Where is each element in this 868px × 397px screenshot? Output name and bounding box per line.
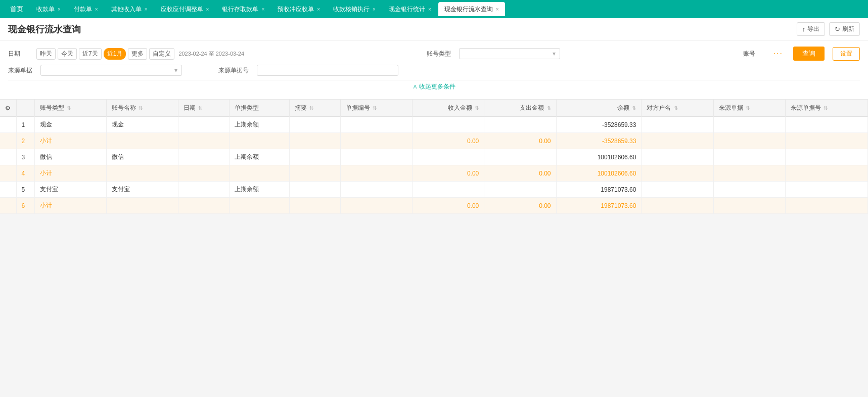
td-expense: 0.00	[484, 165, 556, 182]
collapse-bar[interactable]: ∧ 收起更多条件	[8, 80, 860, 93]
td-account-name	[106, 165, 178, 182]
account-dots-button[interactable]: ···	[771, 49, 785, 58]
export-icon: ↑	[802, 25, 806, 33]
settings-gear-icon: ⚙	[5, 105, 11, 112]
table-row: 1现金现金上期余额-3528659.33	[0, 117, 868, 133]
date-last1month[interactable]: 近1月	[104, 48, 126, 60]
td-settings[interactable]	[0, 149, 16, 165]
sort-icon-source-doc-no: ⇅	[824, 105, 828, 111]
th-counterpart[interactable]: 对方户名 ⇅	[642, 100, 713, 117]
th-date[interactable]: 日期 ⇅	[178, 100, 230, 117]
date-today[interactable]: 今天	[58, 48, 77, 60]
td-settings[interactable]	[0, 182, 16, 198]
th-summary-label: 摘要	[295, 104, 307, 111]
nav-home[interactable]: 首页	[4, 5, 29, 14]
nav-tab-close-2[interactable]: ×	[145, 7, 148, 12]
source-doc-select[interactable]: ▾	[40, 65, 182, 76]
filter-row-2: 来源单据 ▾ 来源单据号	[8, 65, 860, 76]
header-actions: ↑ 导出 ↻ 刷新	[797, 22, 860, 36]
td-doc-type: 上期余额	[229, 117, 289, 133]
td-income: 0.00	[413, 165, 484, 182]
td-settings[interactable]	[0, 133, 16, 149]
td-summary	[290, 133, 341, 149]
nav-tab-close-0[interactable]: ×	[58, 7, 61, 12]
collapse-icon: ∧	[413, 83, 418, 90]
th-account-type[interactable]: 账号类型 ⇅	[34, 100, 106, 117]
td-income	[413, 182, 484, 198]
date-more[interactable]: 更多	[128, 48, 147, 60]
td-date	[178, 133, 230, 149]
td-settings[interactable]	[0, 117, 16, 133]
export-button[interactable]: ↑ 导出	[797, 22, 826, 36]
query-button[interactable]: 查询	[793, 47, 825, 61]
th-doc-no[interactable]: 单据编号 ⇅	[340, 100, 412, 117]
td-date	[178, 198, 230, 214]
td-settings[interactable]	[0, 198, 16, 214]
th-expense[interactable]: 支出金额 ⇅	[484, 100, 556, 117]
nav-tab-7[interactable]: 现金银行统计×	[383, 2, 437, 16]
sort-icon-summary: ⇅	[309, 105, 313, 111]
td-balance: 19871073.60	[556, 198, 642, 214]
nav-tab-close-5[interactable]: ×	[317, 7, 320, 12]
th-account-name[interactable]: 账号名称 ⇅	[106, 100, 178, 117]
th-doc-type[interactable]: 单据类型	[229, 100, 289, 117]
td-counterpart	[642, 182, 713, 198]
nav-tab-8[interactable]: 现金银行流水查询×	[438, 2, 505, 16]
sort-icon-expense: ⇅	[547, 105, 551, 111]
td-date	[178, 117, 230, 133]
th-doc-type-label: 单据类型	[235, 104, 259, 111]
source-doc-no-input[interactable]	[257, 65, 398, 76]
td-counterpart	[642, 149, 713, 165]
td-doc-type	[229, 198, 289, 214]
settings-button[interactable]: 设置	[833, 47, 860, 61]
filter-area: 日期 昨天 今天 近7天 近1月 更多 自定义 2023-02-24 至 202…	[0, 40, 868, 100]
td-seq: 6	[16, 198, 34, 214]
nav-tab-5[interactable]: 预收冲应收单×	[271, 2, 326, 16]
date-yesterday[interactable]: 昨天	[36, 48, 56, 60]
nav-tab-close-6[interactable]: ×	[373, 7, 376, 12]
nav-tab-close-8[interactable]: ×	[496, 7, 499, 12]
td-account-type: 微信	[34, 149, 106, 165]
td-expense	[484, 117, 556, 133]
td-expense	[484, 182, 556, 198]
nav-tab-2[interactable]: 其他收入单×	[105, 2, 154, 16]
nav-tab-3[interactable]: 应收应付调整单×	[155, 2, 215, 16]
refresh-icon: ↻	[835, 25, 840, 33]
top-nav: 首页 收款单×付款单×其他收入单×应收应付调整单×银行存取款单×预收冲应收单×收…	[0, 0, 868, 18]
td-counterpart	[642, 165, 713, 182]
filter-row-1: 日期 昨天 今天 近7天 近1月 更多 自定义 2023-02-24 至 202…	[8, 47, 860, 61]
th-balance[interactable]: 余额 ⇅	[556, 100, 642, 117]
nav-tab-close-3[interactable]: ×	[206, 7, 209, 12]
td-source-doc-no	[785, 149, 867, 165]
account-type-select[interactable]: ▾	[459, 48, 560, 59]
nav-tab-4[interactable]: 银行存取款单×	[216, 2, 270, 16]
th-income[interactable]: 收入金额 ⇅	[413, 100, 484, 117]
td-account-name: 现金	[106, 117, 178, 133]
td-settings[interactable]	[0, 165, 16, 182]
th-source-doc[interactable]: 来源单据 ⇅	[713, 100, 785, 117]
nav-tab-6[interactable]: 收款核销执行×	[327, 2, 382, 16]
nav-tab-close-1[interactable]: ×	[95, 7, 98, 12]
td-account-type: 支付宝	[34, 182, 106, 198]
nav-tab-close-7[interactable]: ×	[428, 7, 431, 12]
nav-tab-1[interactable]: 付款单×	[68, 2, 104, 16]
th-account-name-label: 账号名称	[112, 104, 136, 111]
nav-tab-0[interactable]: 收款单×	[30, 2, 67, 16]
table-body: 1现金现金上期余额-3528659.332小计0.000.00-3528659.…	[0, 117, 868, 214]
th-source-doc-no[interactable]: 来源单据号 ⇅	[785, 100, 867, 117]
date-range: 2023-02-24 至 2023-03-24	[178, 50, 244, 58]
date-custom[interactable]: 自定义	[149, 48, 174, 60]
th-doc-no-label: 单据编号	[346, 104, 370, 111]
td-doc-no	[340, 117, 412, 133]
td-doc-no	[340, 198, 412, 214]
nav-tab-close-4[interactable]: ×	[261, 7, 264, 12]
account-type-label: 账号类型	[427, 50, 451, 58]
th-settings[interactable]: ⚙	[0, 100, 16, 117]
td-doc-no	[340, 165, 412, 182]
th-balance-label: 余额	[617, 104, 629, 111]
th-source-doc-label: 来源单据	[719, 104, 743, 111]
th-summary[interactable]: 摘要 ⇅	[290, 100, 341, 117]
td-counterpart	[642, 117, 713, 133]
refresh-button[interactable]: ↻ 刷新	[829, 22, 860, 36]
date-last7[interactable]: 近7天	[79, 48, 102, 60]
